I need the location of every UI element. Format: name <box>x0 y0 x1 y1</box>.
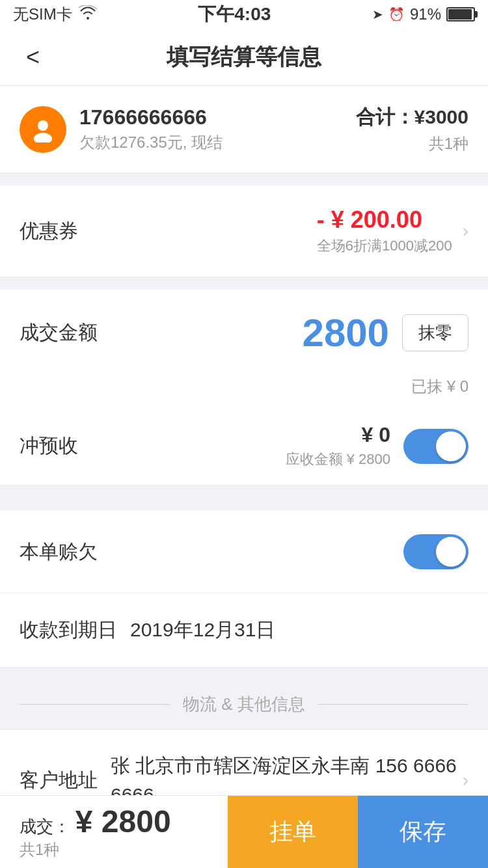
deal-label: 成交金额 <box>20 319 98 346</box>
deal-sub: 已抹 ¥ 0 <box>0 376 488 407</box>
hang-button-label: 挂单 <box>269 816 316 848</box>
status-time: 下午4:03 <box>198 2 271 27</box>
coupon-label: 优惠券 <box>20 218 78 245</box>
customer-phone: 17666666666 <box>79 105 223 129</box>
bottom-bar: 成交： ¥ 2800 共1种 挂单 保存 <box>0 795 488 868</box>
coupon-amount-block: - ¥ 200.00 全场6折满1000减200 <box>317 206 452 256</box>
logistics-divider: 物流 & 其他信息 <box>0 680 488 729</box>
coupon-row[interactable]: 优惠券 - ¥ 200.00 全场6折满1000减200 › <box>0 185 488 277</box>
deal-section: 成交金额 2800 抹零 已抹 ¥ 0 冲预收 ¥ 0 应收金额 ¥ 2800 <box>0 290 488 485</box>
bottom-amount: ¥ 2800 <box>75 804 171 839</box>
prepay-label: 冲预收 <box>20 433 78 459</box>
avatar <box>20 106 66 153</box>
debt-toggle[interactable] <box>403 534 468 569</box>
due-date: 2019年12月31日 <box>130 617 275 644</box>
deal-row: 成交金额 2800 抹零 <box>0 290 488 376</box>
address-chevron-icon: › <box>463 770 468 791</box>
status-left: 无SIM卡 <box>13 4 97 25</box>
content-area: 17666666666 欠款1276.35元, 现结 合计：¥3000 共1种 … <box>0 86 488 868</box>
back-button[interactable]: < <box>20 37 46 77</box>
debt-label: 本单赊欠 <box>20 539 98 565</box>
location-icon: ➤ <box>372 7 383 22</box>
logistics-line-right <box>318 704 468 705</box>
wifi-icon <box>79 5 97 23</box>
nav-bar: < 填写结算等信息 <box>0 29 488 86</box>
toggle-knob <box>436 431 466 461</box>
status-right: ➤ ⏰ 91% <box>372 5 475 23</box>
debt-row: 本单赊欠 <box>0 511 488 593</box>
prepay-toggle[interactable] <box>403 429 468 464</box>
coupon-amount: - ¥ 200.00 <box>317 206 452 234</box>
round-button[interactable]: 抹零 <box>402 314 468 351</box>
prepay-row: 冲预收 ¥ 0 应收金额 ¥ 2800 <box>0 407 488 485</box>
carrier-text: 无SIM卡 <box>13 4 72 25</box>
customer-left: 17666666666 欠款1276.35元, 现结 <box>20 105 223 153</box>
customer-sub: 欠款1276.35元, 现结 <box>79 132 223 153</box>
status-bar: 无SIM卡 下午4:03 ➤ ⏰ 91% <box>0 0 488 29</box>
battery-percent: 91% <box>410 5 441 23</box>
due-label: 收款到期日 <box>20 617 117 644</box>
total-count: 共1种 <box>356 133 468 154</box>
customer-right: 合计：¥3000 共1种 <box>356 104 468 154</box>
save-button[interactable]: 保存 <box>358 796 488 869</box>
prepay-amount-block: ¥ 0 应收金额 ¥ 2800 <box>286 423 390 469</box>
deal-amount: 2800 <box>303 310 389 355</box>
coupon-desc: 全场6折满1000减200 <box>317 236 452 256</box>
total-amount: 合计：¥3000 <box>356 104 468 131</box>
coupon-chevron-icon: › <box>463 221 468 241</box>
logistics-line-left <box>20 704 170 705</box>
page-title: 填写结算等信息 <box>167 42 321 72</box>
coupon-right: - ¥ 200.00 全场6折满1000减200 › <box>317 206 468 256</box>
deal-right: 2800 抹零 <box>303 310 468 355</box>
debt-toggle-knob <box>436 537 466 567</box>
address-label: 客户地址 <box>20 767 98 794</box>
bottom-deal-label: 成交： <box>20 817 70 836</box>
hang-button[interactable]: 挂单 <box>228 796 358 869</box>
logistics-text: 物流 & 其他信息 <box>170 693 318 716</box>
prepay-sub: 应收金额 ¥ 2800 <box>286 450 390 469</box>
prepay-right: ¥ 0 应收金额 ¥ 2800 <box>286 423 468 469</box>
alarm-icon: ⏰ <box>388 7 405 22</box>
bottom-info: 成交： ¥ 2800 共1种 <box>0 804 228 860</box>
divider-1 <box>0 498 488 511</box>
battery-icon <box>446 7 475 21</box>
bottom-count: 共1种 <box>20 839 208 860</box>
svg-point-0 <box>38 120 48 131</box>
customer-card: 17666666666 欠款1276.35元, 现结 合计：¥3000 共1种 <box>0 86 488 172</box>
svg-point-1 <box>34 133 52 142</box>
bottom-total-line: 成交： ¥ 2800 <box>20 804 208 839</box>
coupon-section: 优惠券 - ¥ 200.00 全场6折满1000减200 › <box>0 185 488 277</box>
save-button-label: 保存 <box>400 816 446 848</box>
customer-info: 17666666666 欠款1276.35元, 现结 <box>79 105 223 153</box>
prepay-amount: ¥ 0 <box>286 423 390 447</box>
due-date-row: 收款到期日 2019年12月31日 <box>0 593 488 667</box>
